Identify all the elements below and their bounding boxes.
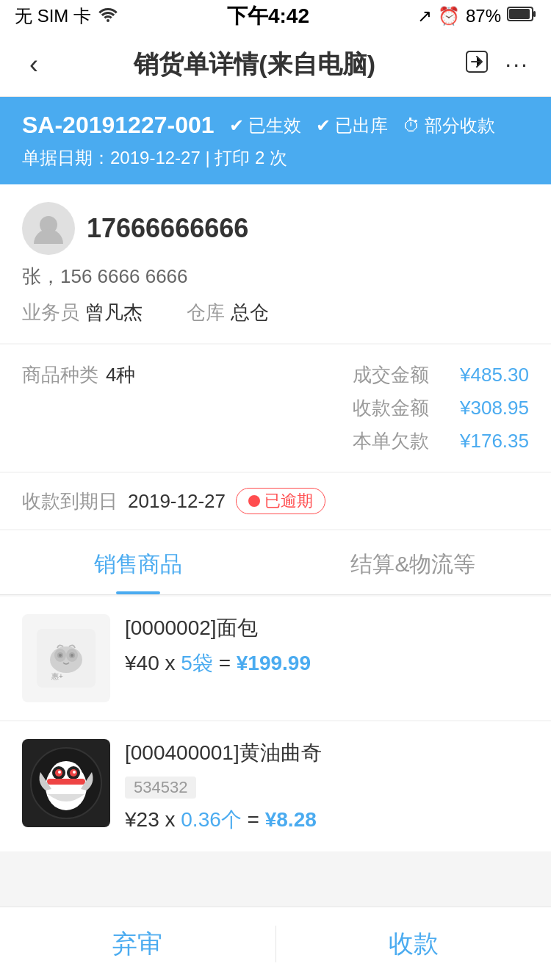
product-image-owl <box>22 739 110 827</box>
order-meta: 单据日期：2019-12-27 | 打印 2 次 <box>22 146 529 170</box>
product-price-1: ¥40 x 5袋 = ¥199.99 <box>125 649 529 677</box>
check-icon-2: ✔ <box>316 115 331 136</box>
product-type-count: 4种 <box>106 362 135 388</box>
svg-point-23 <box>73 771 76 774</box>
deal-amount-value: ¥485.30 <box>441 364 529 386</box>
customer-name-phone: 张，156 6666 6666 <box>22 264 529 289</box>
owed-label: 本单欠款 <box>353 428 429 454</box>
order-banner-top: SA-20191227-001 ✔ 已生效 ✔ 已出库 ⏱ 部分收款 <box>22 112 529 139</box>
product-name-2: [000400001]黄油曲奇 <box>125 739 529 767</box>
product-name-1: [0000002]面包 <box>125 614 529 642</box>
tabs-section: 销售商品 结算&物流等 <box>0 530 551 595</box>
alarm-icon: ⏰ <box>438 6 460 26</box>
due-section: 收款到期日 2019-12-27 已逾期 <box>0 473 551 529</box>
svg-point-22 <box>58 771 61 774</box>
warehouse-value: 总仓 <box>231 300 269 325</box>
customer-id: 17666666666 <box>87 213 248 244</box>
nav-actions: ··· <box>464 48 529 81</box>
share-icon[interactable] <box>464 48 490 81</box>
deal-amount-label: 成交金额 <box>353 362 429 388</box>
qty-2: 0.36个 <box>181 808 242 831</box>
price-base-2: ¥23 <box>125 808 159 831</box>
due-label: 收款到期日 <box>22 489 118 514</box>
order-id: SA-20191227-001 <box>22 112 215 139</box>
collected-value: ¥308.95 <box>441 397 529 419</box>
status-shipped: ✔ 已出库 <box>316 114 388 137</box>
salesperson-value: 曾凡杰 <box>85 300 143 325</box>
product-item: 惠+ [0000002]面包 ¥40 x 5袋 = ¥199.99 <box>0 597 551 720</box>
overdue-badge: 已逾期 <box>236 488 325 514</box>
battery-text: 87% <box>466 6 501 26</box>
order-banner: SA-20191227-001 ✔ 已生效 ✔ 已出库 ⏱ 部分收款 单据日期：… <box>0 97 551 184</box>
price-base-1: ¥40 <box>125 652 159 674</box>
svg-point-11 <box>59 654 62 657</box>
product-list: 惠+ [0000002]面包 ¥40 x 5袋 = ¥199.99 <box>0 597 551 851</box>
svg-point-12 <box>71 654 73 657</box>
owed-value: ¥176.35 <box>441 430 529 453</box>
location-icon: ↗ <box>417 6 432 26</box>
cancel-button[interactable]: 弃审 <box>0 907 276 980</box>
collected-row: 收款金额 ¥308.95 <box>353 395 529 421</box>
overdue-text: 已逾期 <box>264 490 313 512</box>
amount-stats: 成交金额 ¥485.30 收款金额 ¥308.95 本单欠款 ¥176.35 <box>353 362 529 454</box>
svg-rect-1 <box>533 11 536 17</box>
product-type-label: 商品种类 <box>22 362 98 388</box>
salesperson-label: 业务员 <box>22 300 79 325</box>
svg-point-6 <box>50 646 82 673</box>
deal-amount-row: 成交金额 ¥485.30 <box>353 362 529 388</box>
status-left: 无 SIM 卡 <box>15 4 119 28</box>
owed-row: 本单欠款 ¥176.35 <box>353 428 529 454</box>
tab-settlement[interactable]: 结算&物流等 <box>276 530 551 594</box>
product-type: 商品种类 4种 <box>22 362 135 388</box>
product-info-2: [000400001]黄油曲奇 534532 ¥23 x 0.36个 = ¥8.… <box>125 739 529 834</box>
status-right: ↗ ⏰ 87% <box>417 6 536 26</box>
product-price-2: ¥23 x 0.36个 = ¥8.28 <box>125 806 529 834</box>
salesperson-item: 业务员 曾凡杰 <box>22 300 143 325</box>
back-button[interactable]: ‹ <box>22 42 46 87</box>
svg-rect-24 <box>47 779 85 785</box>
product-image-bread: 惠+ <box>22 614 110 702</box>
total-2: ¥8.28 <box>265 808 317 831</box>
collected-label: 收款金额 <box>353 395 429 421</box>
nav-bar: ‹ 销货单详情(来自电脑) ··· <box>0 32 551 97</box>
wifi-icon <box>97 6 119 26</box>
status-partial: ⏱ 部分收款 <box>403 114 495 137</box>
product-info-1: [0000002]面包 ¥40 x 5袋 = ¥199.99 <box>125 614 529 677</box>
clock-icon: ⏱ <box>403 115 420 136</box>
confirm-button[interactable]: 收款 <box>276 907 552 980</box>
stats-section: 商品种类 4种 成交金额 ¥485.30 收款金额 ¥308.95 本单欠款 ¥… <box>0 345 551 472</box>
more-icon[interactable]: ··· <box>505 51 529 78</box>
product-item-2: [000400001]黄油曲奇 534532 ¥23 x 0.36个 = ¥8.… <box>0 721 551 851</box>
total-1: ¥199.99 <box>237 652 311 674</box>
tab-products[interactable]: 销售商品 <box>0 530 276 594</box>
customer-section: 17666666666 张，156 6666 6666 业务员 曾凡杰 仓库 总… <box>0 184 551 343</box>
status-bar: 无 SIM 卡 下午4:42 ↗ ⏰ 87% <box>0 0 551 32</box>
customer-meta: 业务员 曾凡杰 仓库 总仓 <box>22 300 529 325</box>
status-effective: ✔ 已生效 <box>229 114 301 137</box>
battery-icon <box>507 6 536 26</box>
check-icon-1: ✔ <box>229 115 244 136</box>
avatar <box>22 202 75 255</box>
qty-1: 5袋 <box>181 652 213 674</box>
due-date: 2019-12-27 <box>128 490 226 513</box>
status-time: 下午4:42 <box>227 2 309 30</box>
warehouse-label: 仓库 <box>187 300 225 325</box>
customer-top: 17666666666 <box>22 202 529 255</box>
warehouse-item: 仓库 总仓 <box>187 300 269 325</box>
overdue-dot-icon <box>248 495 260 507</box>
page-title: 销货单详情(来自电脑) <box>134 48 375 82</box>
svg-text:惠+: 惠+ <box>51 672 63 680</box>
carrier-text: 无 SIM 卡 <box>15 4 91 28</box>
svg-rect-2 <box>509 9 530 19</box>
product-badge-2: 534532 <box>125 777 196 799</box>
bottom-bar: 弃审 收款 <box>0 907 551 980</box>
